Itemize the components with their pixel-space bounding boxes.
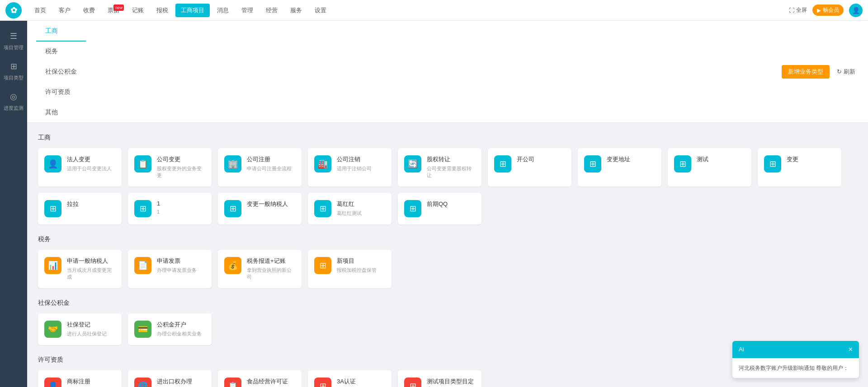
nav-item-经营[interactable]: 经营 xyxy=(260,4,283,17)
tab-社保公积金[interactable]: 社保公积金 xyxy=(36,61,86,82)
nav-item-工商项目[interactable]: 工商项目 xyxy=(175,4,210,17)
card-变更一般纳税人[interactable]: ⊞变更一般纳税人 xyxy=(218,193,302,224)
card-desc: 适用于公司变更法人 xyxy=(67,165,115,172)
sidebar-icon: ◎ xyxy=(7,90,20,103)
card-股权转让[interactable]: 🔄股权转让公司变更需要股权转让 xyxy=(398,148,481,187)
notification-popup: Ai × 河北税务数字账户升级影响通知 尊敬的用户： xyxy=(732,341,859,378)
nav-items: 首页客户收费票据new记账报税工商项目消息管理经营服务设置 xyxy=(29,4,789,17)
card-body: 商标注册用于企业商标注册服务 xyxy=(67,378,115,387)
card-公司注销[interactable]: 🏭公司注销适用于注销公司 xyxy=(308,148,392,187)
top-navigation: ✿ 首页客户收费票据new记账报税工商项目消息管理经营服务设置 ⛶ 全屏 ▶ 畅… xyxy=(0,0,868,21)
tab-税务[interactable]: 税务 xyxy=(36,41,86,62)
refresh-button[interactable]: ↻ 刷新 xyxy=(833,65,859,79)
card-title: 变更一般纳税人 xyxy=(247,200,295,208)
card-1[interactable]: ⊞11 xyxy=(128,193,212,224)
card-icon: 💳 xyxy=(134,321,151,338)
nav-item-客户[interactable]: 客户 xyxy=(53,4,76,17)
card-body: 前期QQ xyxy=(427,200,475,210)
card-body: 公司注销适用于注销公司 xyxy=(337,155,385,172)
notification-title: Ai xyxy=(739,346,744,353)
card-body: 测试项目类型目定义测试 xyxy=(427,378,475,387)
card-title: 公司注销 xyxy=(337,155,385,163)
card-icon: 🏭 xyxy=(314,155,331,173)
card-icon: 💰 xyxy=(224,257,241,274)
card-title: 测试 xyxy=(697,155,745,163)
member-button[interactable]: ▶ 畅会员 xyxy=(812,5,844,16)
sidebar-item-label: 进度监测 xyxy=(4,105,24,112)
notification-header: Ai × xyxy=(732,341,859,358)
tab-其他[interactable]: 其他 xyxy=(36,102,86,123)
card-icon: ⊞ xyxy=(404,378,421,387)
refresh-icon: ↻ xyxy=(837,68,842,75)
card-body: 公司变更股权变更外的业务变更 xyxy=(157,155,205,179)
fullscreen-icon: ⛶ xyxy=(789,7,794,14)
notification-close-button[interactable]: × xyxy=(849,345,853,354)
card-title: 申请发票 xyxy=(157,257,205,265)
card-body: 葛红红葛红红测试 xyxy=(337,200,385,217)
avatar[interactable]: 👤 xyxy=(849,4,863,17)
sidebar-item-进度监测[interactable]: ◎ 进度监测 xyxy=(0,86,27,116)
card-body: 11 xyxy=(157,200,205,215)
card-desc: 股权变更外的业务变更 xyxy=(157,165,205,179)
card-title: 进出口权办理 xyxy=(157,378,205,386)
card-body: 开公司 xyxy=(517,155,565,165)
nav-item-报税[interactable]: 报税 xyxy=(151,4,174,17)
card-title: 股权转让 xyxy=(427,155,475,163)
card-公积金开户[interactable]: 💳公积金开户办理公积金相关业务 xyxy=(128,313,212,345)
card-title: 开公司 xyxy=(517,155,565,163)
card-desc: 葛红红测试 xyxy=(337,210,385,217)
card-3A认证[interactable]: ⊞3A认证对企业信誉评级 xyxy=(308,370,392,387)
card-食品经营许可证[interactable]: 📋食品经营许可证办理食品经营许可证 xyxy=(218,370,302,387)
card-desc: 办理公积金相关业务 xyxy=(157,331,205,337)
sidebar-item-项目管理[interactable]: ☰ 项目管理 xyxy=(0,25,27,56)
card-申请一般纳税人[interactable]: 📊申请一般纳税人当月或次月成变更完成 xyxy=(38,250,122,288)
nav-item-记账[interactable]: 记账 xyxy=(127,4,149,17)
card-title: 公司注册 xyxy=(247,155,295,163)
card-icon: 📊 xyxy=(44,257,61,274)
card-测试[interactable]: ⊞测试 xyxy=(668,148,751,187)
card-开公司[interactable]: ⊞开公司 xyxy=(488,148,571,187)
sidebar-item-label: 项目类型 xyxy=(4,75,24,81)
card-申请发票[interactable]: 📄申请发票办理申请发票业务 xyxy=(128,250,212,288)
cards-grid: 👤法人变更适用于公司变更法人📋公司变更股权变更外的业务变更🏢公司注册申请公司注册… xyxy=(38,148,857,224)
card-进出口权办理[interactable]: 🌐进出口权办理适用于对外贸易经营者 xyxy=(128,370,212,387)
card-商标注册[interactable]: 👤商标注册用于企业商标注册服务 xyxy=(38,370,122,387)
card-社保登记[interactable]: 🤝社保登记进行人员社保登记 xyxy=(38,313,122,345)
card-title: 申请一般纳税人 xyxy=(67,257,115,265)
nav-item-首页[interactable]: 首页 xyxy=(29,4,52,17)
nav-item-服务[interactable]: 服务 xyxy=(285,4,307,17)
card-icon: ⊞ xyxy=(224,200,241,217)
card-公司注册[interactable]: 🏢公司注册申请公司注册全流程 xyxy=(218,148,302,187)
new-type-button[interactable]: 新增业务类型 xyxy=(782,65,830,79)
nav-item-票据[interactable]: 票据new xyxy=(102,4,125,17)
tabs-bar: 工商税务社保公积金许可资质其他 新增业务类型 ↻ 刷新 xyxy=(27,21,868,123)
fullscreen-button[interactable]: ⛶ 全屏 xyxy=(789,6,807,14)
card-icon: ⊞ xyxy=(674,155,691,173)
card-新项目[interactable]: ⊞新项目报税加税控盘保管 xyxy=(308,250,392,288)
card-前期QQ[interactable]: ⊞前期QQ xyxy=(398,193,481,224)
cards-grid: 📊申请一般纳税人当月或次月成变更完成📄申请发票办理申请发票业务💰税务报道+记账拿… xyxy=(38,250,857,288)
main-content: 工商税务社保公积金许可资质其他 新增业务类型 ↻ 刷新 工商👤法人变更适用于公司… xyxy=(27,21,868,387)
card-法人变更[interactable]: 👤法人变更适用于公司变更法人 xyxy=(38,148,122,187)
card-变更地址[interactable]: ⊞变更地址 xyxy=(578,148,661,187)
card-desc: 办理申请发票业务 xyxy=(157,267,205,274)
card-公司变更[interactable]: 📋公司变更股权变更外的业务变更 xyxy=(128,148,212,187)
member-label: 畅会员 xyxy=(823,6,839,14)
card-葛红红[interactable]: ⊞葛红红葛红红测试 xyxy=(308,193,392,224)
card-拉拉[interactable]: ⊞拉拉 xyxy=(38,193,122,224)
card-税务报道+记账[interactable]: 💰税务报道+记账拿到营业执照的新公司 xyxy=(218,250,302,288)
sidebar-item-项目类型[interactable]: ⊞ 项目类型 xyxy=(0,56,27,86)
tab-工商[interactable]: 工商 xyxy=(36,21,86,42)
nav-item-收费[interactable]: 收费 xyxy=(78,4,100,17)
nav-item-消息[interactable]: 消息 xyxy=(212,4,234,17)
card-desc: 报税加税控盘保管 xyxy=(337,267,385,274)
card-变更[interactable]: ⊞变更 xyxy=(758,148,841,187)
section-税务: 税务📊申请一般纳税人当月或次月成变更完成📄申请发票办理申请发票业务💰税务报道+记… xyxy=(38,235,857,288)
card-测试项目类型目定义[interactable]: ⊞测试项目类型目定义测试 xyxy=(398,370,481,387)
tab-许可资质[interactable]: 许可资质 xyxy=(36,82,86,103)
nav-item-管理[interactable]: 管理 xyxy=(236,4,259,17)
card-title: 前期QQ xyxy=(427,200,475,208)
nav-item-设置[interactable]: 设置 xyxy=(309,4,332,17)
card-title: 葛红红 xyxy=(337,200,385,208)
card-icon: ⊞ xyxy=(494,155,511,173)
